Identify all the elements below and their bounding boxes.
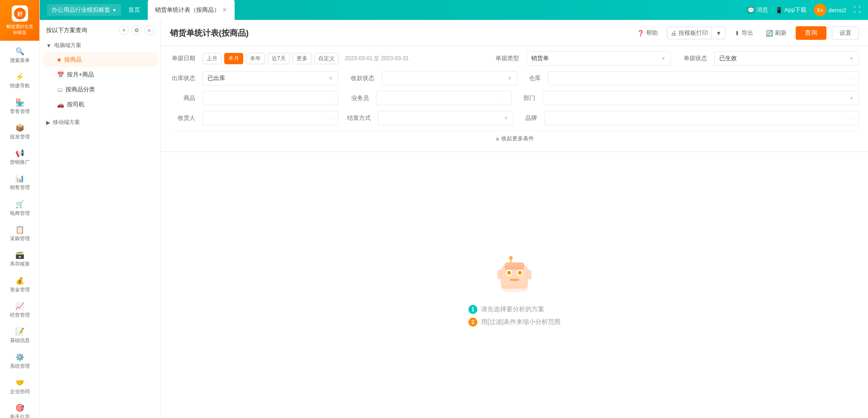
more-date-btn[interactable]: 更多: [292, 53, 311, 64]
sidebar-item-wholesale[interactable]: 📦 批发管理: [0, 119, 39, 144]
product-more-icon: ···: [326, 95, 333, 102]
pc-section-arrow: ▼: [46, 43, 52, 49]
chevron-down-icon: ▼: [112, 8, 117, 13]
maximize-icon[interactable]: ⛶: [854, 6, 861, 14]
brand-input[interactable]: ···: [544, 111, 859, 125]
help-btn[interactable]: ❓ 帮助: [633, 27, 661, 39]
settings-button[interactable]: 设置: [832, 26, 859, 40]
svg-text:好: 好: [17, 11, 23, 17]
sidebar-item-label-marketing: 营销推广: [10, 159, 30, 165]
logo-icon: 好: [12, 5, 28, 22]
template-print-btn[interactable]: 🖨 按模板打印: [667, 27, 712, 39]
add-scheme-btn[interactable]: +: [119, 25, 129, 35]
scheme-by-cashier[interactable]: 🚗 按司机: [42, 97, 158, 112]
panel-header-actions: + ⚙ «: [119, 25, 154, 35]
mobile-section-label: 移动端方案: [53, 119, 80, 126]
step-1-circle: 1: [468, 305, 477, 314]
app-selector[interactable]: 办公用品行业模拟账套 ▼: [47, 4, 121, 16]
sidebar-item-basic[interactable]: 📝 基础信息: [0, 323, 39, 348]
custom-date-btn[interactable]: 自定义: [314, 53, 339, 64]
settlement-label: 结算方式: [345, 114, 371, 122]
collapse-bar[interactable]: ∧ 收起更多条件: [170, 131, 859, 146]
svg-point-13: [509, 256, 513, 260]
last-month-btn[interactable]: 上月: [203, 53, 222, 64]
empty-state: 1 请先选择要分析的方案 2 用[过滤]条件来缩小分析范围: [161, 152, 868, 418]
topbar-right: 💬 消息 📱 App下载 Ea demo2 ⛶: [747, 4, 861, 16]
sidebar-item-guide[interactable]: 🎯 新手引导: [0, 399, 39, 418]
sidebar-item-label-enterprise: 企业协同: [10, 388, 30, 394]
out-status-field: 已出库 ▼: [203, 71, 338, 86]
scheme-by-month-label: 按月+商品: [67, 71, 94, 79]
consignee-input[interactable]: ···: [203, 111, 338, 125]
settlement-dropdown-icon: ▼: [504, 115, 509, 121]
svg-rect-9: [510, 279, 519, 281]
department-label: 部门: [519, 94, 535, 102]
message-btn[interactable]: 💬 消息: [747, 6, 768, 14]
sidebar-item-finance[interactable]: 💰 资金管理: [0, 272, 39, 297]
logo-area[interactable]: 好 畅捷通好生意 标账版: [0, 0, 39, 41]
sidebar-item-sales[interactable]: 📊 销售管理: [0, 170, 39, 195]
refresh-icon: 🔄: [766, 30, 773, 37]
sidebar-item-marketing[interactable]: 📢 营销推广: [0, 144, 39, 170]
last-7-days-btn[interactable]: 近7天: [268, 53, 290, 64]
sidebar-item-system[interactable]: ⚙️ 系统管理: [0, 348, 39, 374]
user-profile-btn[interactable]: Ea demo2: [814, 4, 846, 16]
refresh-btn[interactable]: 🔄 刷新: [762, 27, 790, 39]
print-icon: 🖨: [671, 30, 677, 37]
scheme-by-month-product[interactable]: 📅 按月+商品: [42, 67, 158, 82]
sidebar-item-ecommerce[interactable]: 🛒 电商管理: [0, 195, 39, 221]
download-icon: 📱: [775, 7, 783, 14]
brand-field: ···: [544, 111, 859, 125]
sidebar-item-quick-nav[interactable]: ⚡ 快捷导航: [0, 68, 39, 93]
scheme-by-category[interactable]: 🗂 按商品分类: [42, 82, 158, 97]
refresh-label: 刷新: [775, 29, 787, 37]
date-filter: 上月 本月 本年 近7天 更多 自定义 2023-03-01 至 2023-03…: [203, 53, 409, 64]
page-actions: ❓ 帮助 🖨 按模板打印 ▼ ⬆ 导出: [633, 26, 859, 40]
message-label: 消息: [756, 6, 768, 14]
sidebar-item-business[interactable]: 📈 经营管理: [0, 297, 39, 323]
current-year-btn[interactable]: 本年: [246, 53, 265, 64]
sidebar-item-inventory[interactable]: 🗃️ 库存核算: [0, 246, 39, 271]
tab-close-icon[interactable]: ✕: [222, 7, 227, 13]
app-download-btn[interactable]: 📱 App下载: [775, 6, 807, 14]
template-print-dropdown-btn[interactable]: ▼: [712, 28, 725, 38]
doc-status-value: 已生效: [719, 54, 737, 62]
payment-status-input[interactable]: ▼: [382, 71, 517, 86]
brand-more-icon: ···: [846, 115, 854, 122]
tab-home[interactable]: 首页: [121, 0, 148, 20]
doc-type-field: 销货单 ▼: [526, 51, 671, 66]
out-status-input[interactable]: 已出库 ▼: [203, 71, 338, 86]
filter-row-3: 商品 ··· 业务员 ··· 部门: [170, 91, 859, 105]
pc-section-header[interactable]: ▼ 电脑端方案: [40, 39, 160, 52]
salesperson-input[interactable]: ···: [376, 91, 512, 105]
collapse-panel-btn[interactable]: «: [144, 25, 154, 35]
scheme-by-product[interactable]: ● 按商品: [42, 52, 158, 67]
tab-sales-summary[interactable]: 销货单统计表（按商品） ✕: [148, 0, 235, 20]
doc-status-input[interactable]: 已生效 ▼: [714, 51, 859, 66]
panel-title: 按以下方案查询: [46, 26, 87, 34]
query-button[interactable]: 查询: [796, 26, 826, 40]
topbar: 办公用品行业模拟账套 ▼ 首页 销货单统计表（按商品） ✕ 💬 消息 📱 App…: [40, 0, 868, 20]
department-input[interactable]: ▼: [542, 91, 859, 105]
sidebar-item-enterprise[interactable]: 🤝 企业协同: [0, 374, 39, 399]
business-icon: 📈: [15, 302, 24, 310]
product-input[interactable]: ···: [203, 91, 338, 105]
scheme-settings-btn[interactable]: ⚙: [132, 25, 142, 35]
sidebar-item-retail[interactable]: 🏪 零售管理: [0, 94, 39, 119]
settlement-input[interactable]: ▼: [378, 111, 514, 125]
filter-row-4: 收货人 ··· 结算方式 ▼ 品牌: [170, 111, 859, 125]
date-label: 单据日期: [170, 54, 195, 62]
sidebar-item-purchase[interactable]: 📋 采购管理: [0, 221, 39, 246]
product-label: 商品: [170, 94, 195, 102]
enterprise-icon: 🤝: [15, 378, 24, 387]
app-selector-label: 办公用品行业模拟账套: [52, 6, 110, 14]
current-month-btn[interactable]: 本月: [224, 53, 243, 64]
doc-type-input[interactable]: 销货单 ▼: [526, 51, 671, 66]
warehouse-input[interactable]: ···: [548, 71, 859, 86]
salesperson-more-icon: ···: [499, 95, 507, 102]
mobile-section-header[interactable]: ▶ 移动端方案: [40, 116, 160, 129]
svg-rect-11: [527, 270, 532, 280]
sidebar-item-search-menu[interactable]: 🔍 搜索菜单: [0, 43, 39, 68]
export-btn[interactable]: ⬆ 导出: [731, 27, 757, 39]
doc-status-dropdown-icon: ▼: [849, 56, 854, 61]
